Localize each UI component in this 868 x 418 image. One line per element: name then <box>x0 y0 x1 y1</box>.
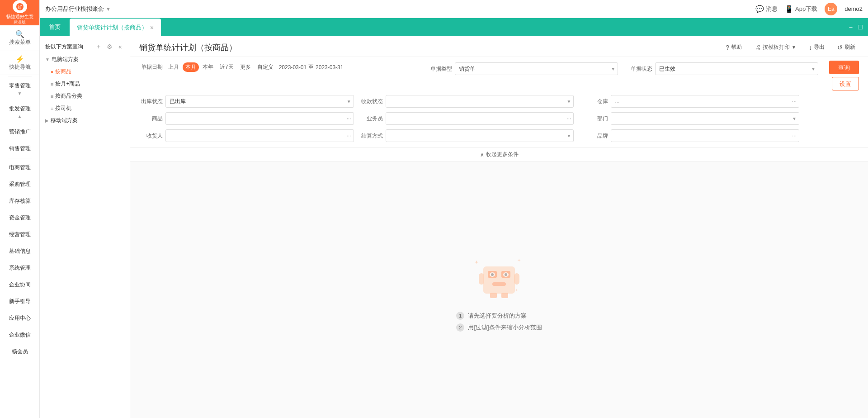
stock-out-select[interactable]: 已出库 <box>165 95 354 108</box>
settings-button[interactable]: 设置 <box>832 77 859 90</box>
goods-dots[interactable]: ··· <box>347 115 351 122</box>
date-last-month-btn[interactable]: 上月 <box>165 62 182 72</box>
settle-control: ▼ <box>386 129 574 142</box>
doc-type-select[interactable]: 销货单 <box>455 62 618 75</box>
collapse-bar[interactable]: ∧ 收起更多条件 <box>130 148 868 162</box>
refresh-btn[interactable]: ↺ 刷新 <box>834 42 859 53</box>
mobile-group-label: 移动端方案 <box>51 117 78 124</box>
workspace-arrow: ▼ <box>106 6 111 12</box>
collect-input[interactable] <box>386 95 574 108</box>
sidebar-item-wholesale[interactable]: 批发管理 ▲ <box>0 100 39 124</box>
dept-select[interactable] <box>611 112 799 125</box>
sidebar-item-ecommerce[interactable]: 电商管理 <box>0 159 39 176</box>
tab-home-label: 首页 <box>49 23 61 31</box>
staff-dots[interactable]: ··· <box>566 115 571 122</box>
query-button[interactable]: 查询 <box>829 61 859 74</box>
brand-input[interactable] <box>611 129 799 142</box>
goods-label: 商品 <box>139 115 163 123</box>
sidebar-item-marketing[interactable]: 营销推广 <box>0 124 39 140</box>
app-download-action[interactable]: 📱 App下载 <box>785 5 817 13</box>
sidebar-item-enterprise[interactable]: 企业协同 <box>0 276 39 293</box>
date-to: 2023-03-31 <box>316 64 343 71</box>
sidebar-search[interactable]: 🔍 搜索菜单 <box>0 25 39 51</box>
warehouse-dots[interactable]: ··· <box>792 98 797 104</box>
warehouse-input[interactable] <box>611 95 799 108</box>
stock-out-control: 已出库 ▼ <box>165 95 354 108</box>
date-more-btn[interactable]: 更多 <box>237 62 254 72</box>
goods-control: ··· <box>165 112 354 125</box>
tree-item-by-driver[interactable]: ≡ 按司机 <box>40 102 130 114</box>
brand-dots[interactable]: ··· <box>792 133 797 139</box>
main-area: 办公用品行业模拟账套 ▼ 💬 消息 📱 App下载 Ea demo2 首页 销货… <box>40 0 868 418</box>
svg-rect-8 <box>490 293 497 298</box>
receiver-input[interactable] <box>165 129 354 142</box>
doc-status-select[interactable]: 已生效 <box>655 62 818 75</box>
app-sublabel: 标准版 <box>14 19 26 25</box>
appcenter-label: 应用中心 <box>9 314 31 322</box>
sidebar-item-appcenter[interactable]: 应用中心 <box>0 310 39 327</box>
help-btn[interactable]: ? 帮助 <box>722 42 745 53</box>
workspace-selector[interactable]: 办公用品行业模拟账套 ▼ <box>45 5 111 13</box>
help-icon: ? <box>726 44 729 51</box>
staff-label: 业务员 <box>359 115 383 123</box>
page-title: 销货单统计计划（按商品） <box>139 42 237 53</box>
sidebar-item-retail[interactable]: 零售管理 ▼ <box>0 77 39 100</box>
setting-scheme-icon[interactable]: ⚙ <box>105 43 113 51</box>
sidebar-item-inventory[interactable]: 库存核算 <box>0 193 39 209</box>
settle-select[interactable] <box>386 129 574 142</box>
sidebar-item-newbie[interactable]: 新手引导 <box>0 293 39 310</box>
add-scheme-icon[interactable]: + <box>94 43 103 51</box>
tree-item-by-month-goods[interactable]: ≡ 按月+商品 <box>40 78 130 90</box>
username-label[interactable]: demo2 <box>844 5 863 12</box>
search-menu-label: 搜索菜单 <box>0 38 39 46</box>
right-content: 销货单统计计划（按商品） ? 帮助 🖨 按模板打印 ▼ ↓ 导出 <box>130 36 868 418</box>
sidebar-item-vip[interactable]: 畅会员 <box>0 343 39 360</box>
collapse-panel-icon[interactable]: « <box>116 43 124 51</box>
tab-active[interactable]: 销货单统计计划（按商品） × <box>70 19 161 37</box>
tree-item-by-goods[interactable]: ● 按商品 <box>40 66 130 78</box>
tip-num-1: 1 <box>456 312 464 320</box>
tree-group-pc[interactable]: ▼ 电脑端方案 <box>40 53 130 66</box>
refresh-icon: ↺ <box>837 44 843 51</box>
receiver-dots[interactable]: ··· <box>347 133 351 139</box>
minimize-btn[interactable]: － <box>847 23 854 32</box>
pc-group-toggle: ▼ <box>45 57 50 62</box>
sidebar-item-basic[interactable]: 基础信息 <box>0 243 39 260</box>
tab-close-icon[interactable]: × <box>150 24 154 31</box>
app-logo[interactable]: 好 畅捷通好生意 标准版 <box>0 0 40 25</box>
date-this-year-btn[interactable]: 本年 <box>200 62 216 72</box>
export-btn[interactable]: ↓ 导出 <box>805 42 828 53</box>
sidebar-quick-nav[interactable]: ⚡ 快捷导航 <box>0 51 39 75</box>
sidebar-item-system[interactable]: 系统管理 <box>0 260 39 276</box>
content-area: 按以下方案查询 + ⚙ « ▼ 电脑端方案 ● 按商品 ≡ 按月+商品 <box>40 36 868 418</box>
goods-input[interactable] <box>165 112 354 125</box>
staff-input[interactable] <box>386 112 574 125</box>
empty-tip-1: 1 请先选择要分析的方案 <box>456 312 542 320</box>
tabbar: 首页 销货单统计计划（按商品） × － □ <box>40 18 868 36</box>
empty-tips: 1 请先选择要分析的方案 2 用[过滤]条件来缩小分析范围 <box>456 312 542 332</box>
message-action[interactable]: 💬 消息 <box>755 5 778 13</box>
print-btn[interactable]: 🖨 按模板打印 ▼ <box>751 42 800 53</box>
by-month-goods-label: 按月+商品 <box>55 80 80 88</box>
export-label: 导出 <box>814 43 825 51</box>
by-category-label: 按商品分类 <box>55 92 82 100</box>
tab-home[interactable]: 首页 <box>40 18 70 36</box>
date-custom-btn[interactable]: 自定义 <box>255 62 276 72</box>
sidebar-item-purchase[interactable]: 采购管理 <box>0 176 39 193</box>
user-avatar[interactable]: Ea <box>825 3 837 15</box>
operation-label: 经营管理 <box>9 231 31 238</box>
sidebar-item-operation[interactable]: 经营管理 <box>0 226 39 243</box>
svg-rect-7 <box>514 273 519 285</box>
retail-label: 零售管理 <box>9 82 31 90</box>
sidebar-item-corpwechat[interactable]: 企业微信 <box>0 327 39 343</box>
newbie-label: 新手引导 <box>9 298 31 305</box>
sidebar-item-sales[interactable]: 销售管理 <box>0 140 39 157</box>
date-7days-btn[interactable]: 近7天 <box>217 62 236 72</box>
maximize-btn[interactable]: □ <box>858 23 863 31</box>
date-this-month-btn[interactable]: 本月 <box>183 62 199 72</box>
date-separator: 至 <box>308 63 314 71</box>
warehouse-control: ··· <box>611 95 799 108</box>
tree-item-by-category[interactable]: ≡ 按商品分类 <box>40 90 130 102</box>
sidebar-item-finance[interactable]: 资金管理 <box>0 209 39 226</box>
tree-group-mobile[interactable]: ▶ 移动端方案 <box>40 114 130 127</box>
